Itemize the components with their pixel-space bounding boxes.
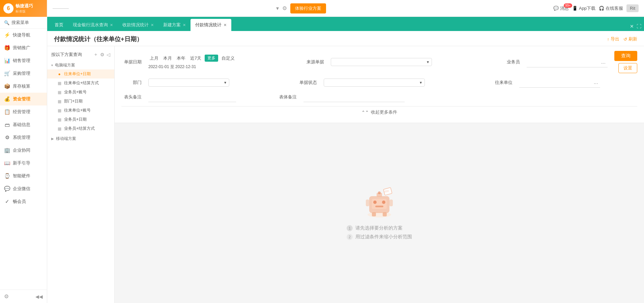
query-btn[interactable]: 查询 [614, 51, 637, 61]
scheme-item-staff-date[interactable]: ▦ 业务员+日期 [47, 115, 114, 124]
scheme-group-mobile-header[interactable]: ▶ 移动端方案 [47, 134, 114, 143]
sidebar: 6 畅捷通巧 标准版 🔍 搜索菜单 ⚡ 快捷导航 🎁 营销推广 📊 销售管理 🛒… [0, 0, 47, 303]
tab-payment-stats[interactable]: 付款情况统计 ✕ [191, 19, 231, 31]
sidebar-item-finance[interactable]: 💰 资金管理 [0, 93, 47, 105]
search-menu[interactable]: 🔍 搜索菜单 [0, 17, 47, 29]
salesperson-dots-btn[interactable]: ... [599, 59, 608, 65]
scheme-group-desktop-header[interactable]: ▾ 电脑端方案 [47, 61, 114, 69]
page-header: 付款情况统计（往来单位+日期） ↑ 导出 ↺ 刷新 [47, 31, 644, 46]
collapse-label: 收起更多条件 [371, 109, 397, 115]
scheme-item-unit-settlement[interactable]: ▦ 往来单位+结算方式 [47, 79, 114, 88]
enterprise-icon: 🏢 [4, 147, 10, 153]
dept-select[interactable]: ▾ [148, 79, 229, 87]
dept-arrow-icon: ▾ [224, 80, 226, 85]
app-name: 畅捷通巧 [16, 3, 33, 9]
hint-text-1: 请先选择要分析的方案 [355, 225, 403, 231]
tab-payment-stats-close[interactable]: ✕ [224, 23, 227, 27]
tab-home[interactable]: 首页 [50, 19, 68, 31]
source-voucher-select[interactable]: ▾ [331, 58, 432, 66]
svg-point-3 [373, 201, 377, 204]
minimize-btn[interactable]: ✕ [630, 24, 634, 29]
inventory-icon: 📦 [4, 83, 10, 89]
tab-receivables[interactable]: 收款情况统计 ✕ [118, 19, 158, 31]
scheme-label: 往来单位+日期 [64, 71, 110, 77]
source-voucher-label: 来源单据 [304, 59, 324, 65]
date-btn-this-year[interactable]: 本年 [175, 55, 187, 62]
tab-new-scheme[interactable]: 新建方案 ✕ [158, 19, 191, 31]
sidebar-item-label: 库存核算 [13, 83, 30, 89]
online-service-btn[interactable]: 🎧 在线客服 [599, 5, 623, 11]
salesperson-input[interactable] [527, 58, 594, 66]
sidebar-item-label: 智能硬件 [13, 173, 30, 179]
scheme-item-staff-account[interactable]: ▦ 业务员+账号 [47, 88, 114, 97]
related-unit-input[interactable] [519, 79, 587, 86]
table-body-notes-input[interactable] [303, 93, 398, 100]
svg-rect-5 [375, 206, 383, 207]
select-arrow-icon: ▾ [427, 60, 429, 64]
sidebar-item-basics[interactable]: 🗃 基础信息 [0, 118, 47, 131]
collapse-more-btn[interactable]: ⌃⌃ 收起更多条件 [121, 106, 637, 118]
user-avatar[interactable]: Rit [626, 4, 639, 12]
sidebar-item-beginner[interactable]: 📖 新手引导 [0, 157, 47, 170]
sidebar-item-inventory[interactable]: 📦 库存核算 [0, 80, 47, 93]
table-head-notes-input[interactable] [148, 93, 229, 100]
hint-badge-2: 2 [347, 234, 353, 240]
tab-cash-flow-close[interactable]: ✕ [110, 23, 113, 27]
sidebar-item-member[interactable]: ✓ 畅会员 [0, 195, 47, 208]
sidebar-item-smart-hardware[interactable]: ⌚ 智能硬件 [0, 170, 47, 182]
sidebar-item-label: 畅会员 [13, 199, 26, 205]
sidebar-item-purchase[interactable]: 🛒 采购管理 [0, 67, 47, 80]
topbar-dropdown-arrow[interactable]: ▾ [276, 5, 279, 11]
sidebar-item-label: 新手引导 [13, 160, 30, 166]
topbar-gear-icon[interactable]: ⚙ [282, 5, 287, 11]
date-btn-more[interactable]: 更多 [205, 55, 218, 62]
date-btn-last7days[interactable]: 近7天 [189, 55, 203, 62]
export-icon: ↑ [607, 37, 610, 42]
sidebar-item-operations[interactable]: 📋 经营管理 [0, 105, 47, 118]
message-btn[interactable]: 💬 消息 99+ [553, 5, 569, 11]
empty-illustration [359, 186, 400, 220]
date-btn-custom[interactable]: 自定义 [220, 55, 236, 62]
scheme-settings-btn[interactable]: ⚙ [100, 52, 105, 57]
scheme-item-dept-date[interactable]: ▦ 部门+日期 [47, 97, 114, 106]
scheme-label: 部门+日期 [64, 98, 110, 104]
scheme-item-staff-settlement[interactable]: ▦ 业务员+结算方式 [47, 124, 114, 133]
left-panel-title: 按以下方案查询 [51, 52, 82, 58]
tab-cash-flow[interactable]: 现金银行流水查询 ✕ [68, 19, 118, 31]
footer-settings-icon[interactable]: ⚙ [4, 293, 9, 300]
footer-collapse-icon[interactable]: ◀◀ [35, 294, 43, 299]
export-btn[interactable]: ↑ 导出 [607, 36, 620, 42]
scheme-item-unit-date[interactable]: ● 往来单位+日期 [47, 69, 114, 79]
sidebar-item-label: 资金管理 [13, 96, 30, 102]
basics-icon: 🗃 [4, 122, 10, 128]
sidebar-item-system[interactable]: ⚙ 系统管理 [0, 131, 47, 144]
add-scheme-btn[interactable]: ＋ [93, 52, 98, 58]
sidebar-item-quick-nav[interactable]: ⚡ 快捷导航 [0, 29, 47, 41]
sidebar-item-enterprise[interactable]: 🏢 企业协同 [0, 144, 47, 157]
settings-btn[interactable]: 设置 [618, 63, 637, 73]
left-panel-actions: ＋ ⚙ ◁ [93, 52, 110, 58]
panel-collapse-btn[interactable]: ◁ [107, 52, 110, 57]
topbar: ———— ▾ ⚙ 体验行业方案 💬 消息 99+ 📱 App下载 🎧 在线客服 … [47, 0, 644, 17]
sidebar-item-sales[interactable]: 📊 销售管理 [0, 54, 47, 67]
sidebar-item-enterprise-wechat[interactable]: 💬 企业微信 [0, 182, 47, 195]
maximize-btn[interactable]: ⛶ [637, 24, 641, 29]
sidebar-item-marketing[interactable]: 🎁 营销推广 [0, 41, 47, 54]
related-unit-dots-btn[interactable]: ... [592, 79, 600, 85]
trial-btn[interactable]: 体验行业方案 [290, 3, 326, 13]
scheme-item-unit-account[interactable]: ▦ 往来单位+账号 [47, 106, 114, 115]
left-panel-header: 按以下方案查询 ＋ ⚙ ◁ [47, 50, 114, 60]
app-download-btn[interactable]: 📱 App下载 [572, 5, 595, 11]
scheme-icon: ▦ [57, 117, 62, 122]
sidebar-item-label: 基础信息 [13, 122, 30, 128]
date-btn-this-month[interactable]: 本月 [162, 55, 173, 62]
salesperson-label: 业务员 [500, 59, 520, 65]
scheme-label: 业务员+账号 [64, 89, 110, 95]
voucher-status-select[interactable]: ▾ [324, 79, 425, 87]
refresh-btn[interactable]: ↺ 刷新 [623, 36, 637, 42]
sidebar-item-label: 企业微信 [13, 186, 30, 192]
tab-new-scheme-close[interactable]: ✕ [183, 23, 186, 27]
filter-row-3: 表头备注 表体备注 [121, 92, 637, 102]
date-btn-last-month[interactable]: 上月 [148, 55, 160, 62]
tab-receivables-close[interactable]: ✕ [151, 23, 154, 27]
